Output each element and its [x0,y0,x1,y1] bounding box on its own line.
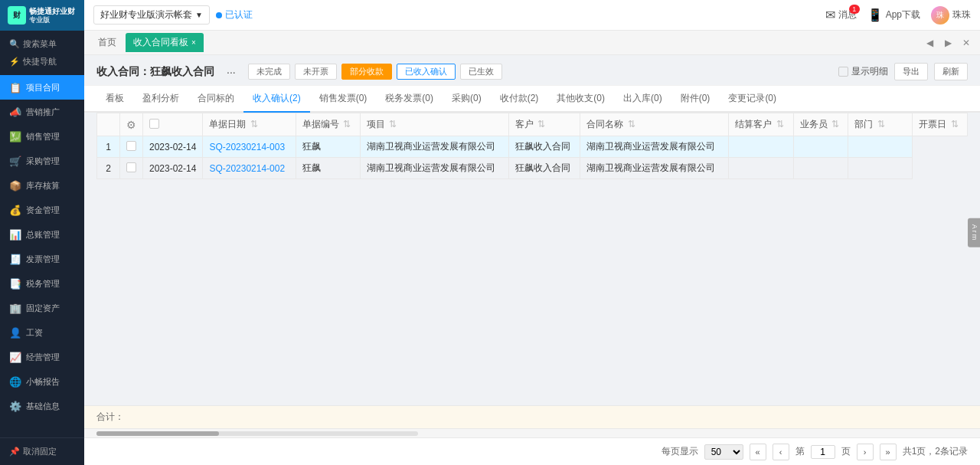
sidebar-item-ops[interactable]: 📈经营管理 [0,345,84,369]
sidebar-item-general[interactable]: 📊总账管理 [0,222,84,247]
message-btn[interactable]: ✉ 1 消息 [825,8,857,22]
nav-icon-project: 📋 [9,81,21,93]
contract-right-actions: 显示明细 导出 刷新 [838,63,968,80]
inner-tab-8[interactable]: 其他收支(0) [547,86,614,113]
next-page-btn[interactable]: › [857,444,874,460]
settings-gear-icon[interactable]: ⚙ [126,119,136,131]
inner-tab-5[interactable]: 税务发票(0) [376,86,443,113]
sidebar-item-purchase[interactable]: 🛒采购管理 [0,149,84,173]
sort-icon: ⇅ [951,119,959,129]
status-btn-2[interactable]: 部分收款 [341,64,392,80]
inner-tab-0[interactable]: 看板 [96,86,133,113]
sidebar-item-marketing[interactable]: 📣营销推广 [0,100,84,124]
nav-icon-inventory: 📦 [9,179,21,192]
sidebar-item-report[interactable]: 🌐小畅报告 [0,369,84,394]
status-btn-4[interactable]: 已生效 [460,64,502,80]
inner-tab-10[interactable]: 附件(0) [671,86,720,113]
export-btn[interactable]: 导出 [894,63,928,80]
contract-header-row: 收入合同：狂飙收入合同 ··· 未完成未开票部分收款已收入确认已生效 [96,64,502,80]
col-header-6[interactable]: 合同名称 ⇅ [580,113,729,136]
contract-header: 收入合同：狂飙收入合同 ··· 未完成未开票部分收款已收入确认已生效 显示明细 … [84,55,980,86]
quick-nav-item[interactable]: ⚡ 快捷导航 [6,53,78,70]
user-menu-btn[interactable]: 珠 珠珠 [931,6,971,25]
col-header-3[interactable]: 单据编号 ⇅ [296,113,360,136]
inner-tab-1[interactable]: 盈利分析 [133,86,188,113]
last-page-btn[interactable]: » [880,444,897,460]
sidebar-item-invoice[interactable]: 🧾发票管理 [0,247,84,271]
sort-icon: ⇅ [343,119,351,129]
status-btn-1[interactable]: 未开票 [295,64,337,80]
col-header-4[interactable]: 项目 ⇅ [361,113,509,136]
more-btn[interactable]: ··· [222,64,240,80]
row-contract-0: 狂飙收入合同 [509,136,580,158]
nav-icon-tax: 📑 [9,277,21,290]
sidebar-item-project[interactable]: 📋项目合同 [0,75,84,100]
page-label: 第 [795,445,805,458]
first-page-btn[interactable]: « [750,444,766,460]
col-header-7[interactable]: 结算客户 ⇅ [729,113,793,136]
sidebar-item-sales[interactable]: 💹销售管理 [0,124,84,149]
data-table: ⚙单据日期 ⇅单据编号 ⇅项目 ⇅客户 ⇅合同名称 ⇅结算客户 ⇅业务员 ⇅部门… [96,113,968,179]
sort-icon: ⇅ [250,119,258,129]
inner-tab-6[interactable]: 采购(0) [443,86,491,113]
sidebar-item-basic[interactable]: ⚙️基础信息 [0,394,84,418]
page-unit: 页 [841,445,851,458]
topbar-left: 好业财专业版演示帐套 ▼ 已认证 [93,5,253,25]
active-tab[interactable]: 收入合同看板 × [126,33,204,52]
row-checkbox-1[interactable] [120,158,143,179]
refresh-btn[interactable]: 刷新 [934,63,968,80]
horizontal-scrollbar[interactable] [84,428,980,437]
col-header-5[interactable]: 客户 ⇅ [509,113,580,136]
table-row[interactable]: 12023-02-14SQ-20230214-003狂飙湖南卫视商业运营发展有限… [97,136,968,158]
nav-icon-basic: ⚙️ [9,400,21,412]
inner-tab-7[interactable]: 收付款(2) [491,86,548,113]
tab-close-icon[interactable]: × [191,38,196,47]
inner-tab-11[interactable]: 变更记录(0) [719,86,786,113]
sidebar-item-hr[interactable]: 👤工资 [0,320,84,345]
search-menu-item[interactable]: 🔍 搜索菜单 [6,35,78,53]
main-content: 好业财专业版演示帐套 ▼ 已认证 ✉ 1 消息 📱 App下载 珠 珠珠 [84,0,980,465]
col-header-0[interactable]: ⚙ [120,113,143,136]
inner-tab-9[interactable]: 出入库(0) [614,86,671,113]
nav-icon-assets: 🏢 [9,302,21,314]
scrollbar-thumb[interactable] [96,431,219,436]
display-detail-checkbox[interactable] [838,67,848,77]
nav-icon-invoice: 🧾 [9,253,21,265]
inner-tab-3[interactable]: 收入确认(2) [243,86,310,113]
prev-tab-btn[interactable]: ◀ [922,35,937,51]
prev-page-btn[interactable]: ‹ [773,444,789,460]
sidebar-item-inventory[interactable]: 📦库存核算 [0,173,84,198]
row-order-0[interactable]: SQ-20230214-003 [203,136,296,158]
col-header-9[interactable]: 部门 ⇅ [848,113,913,136]
next-tab-btn[interactable]: ▶ [940,35,956,51]
row-order-1[interactable]: SQ-20230214-002 [203,158,296,179]
right-float-btn[interactable]: Arm [968,218,980,247]
home-tab[interactable]: 首页 [90,33,124,52]
pin-toggle[interactable]: 📌 取消固定 [6,443,78,460]
sidebar-item-tax[interactable]: 📑税务管理 [0,271,84,296]
page-input[interactable] [811,445,835,459]
select-all-checkbox[interactable] [149,119,159,129]
col-header-8[interactable]: 业务员 ⇅ [793,113,848,136]
app-download-btn[interactable]: 📱 App下载 [867,8,920,22]
nav-icon-ops: 📈 [9,351,21,363]
table-footer: 合计： [84,405,980,428]
chevron-down-icon: ▼ [195,11,203,19]
inner-tab-2[interactable]: 合同标的 [188,86,243,113]
tabbar: 首页 收入合同看板 × ◀ ▶ ✕ [84,31,980,55]
sidebar-item-funds[interactable]: 💰资金管理 [0,198,84,222]
inner-tab-4[interactable]: 销售发票(0) [310,86,377,113]
table-row[interactable]: 22023-02-14SQ-20230214-002狂飙湖南卫视商业运营发展有限… [97,158,968,179]
close-tab-btn[interactable]: ✕ [959,35,974,51]
status-btn-0[interactable]: 未完成 [248,64,290,80]
row-checkbox-0[interactable] [120,136,143,158]
nav-icon-sales: 💹 [9,130,21,142]
col-header-10[interactable]: 开票日 ⇅ [913,113,968,136]
col-header-2[interactable]: 单据日期 ⇅ [203,113,296,136]
topbar: 好业财专业版演示帐套 ▼ 已认证 ✉ 1 消息 📱 App下载 珠 珠珠 [84,0,980,31]
per-page-select[interactable]: 50 100 200 [704,444,743,460]
status-btn-3[interactable]: 已收入确认 [397,64,456,80]
company-selector[interactable]: 好业财专业版演示帐套 ▼ [93,5,210,25]
table-area[interactable]: ⚙单据日期 ⇅单据编号 ⇅项目 ⇅客户 ⇅合同名称 ⇅结算客户 ⇅业务员 ⇅部门… [84,113,980,405]
sidebar-item-assets[interactable]: 🏢固定资产 [0,296,84,320]
